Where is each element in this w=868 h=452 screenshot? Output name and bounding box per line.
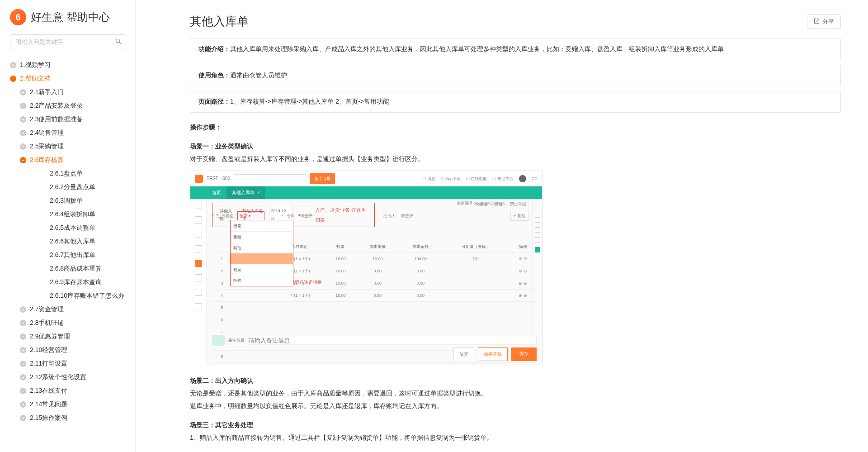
mock-logo-icon <box>195 175 203 183</box>
nav-label: 2.6.9库存账本查询 <box>50 278 102 286</box>
nav-item[interactable]: 2.6.1盘点单 <box>10 167 126 181</box>
nav-item[interactable]: 2.6.10库存账本错了怎么办 <box>10 289 126 303</box>
mock-account: TEST-H002 <box>207 174 230 183</box>
mock-top-icons: ☐ 消息☐ App下载☐ 在线客服☐ 帮助中心CC <box>422 175 538 183</box>
nav-label: 2.6.3调拨单 <box>50 197 83 205</box>
nav-label: 2.4销售管理 <box>30 129 64 137</box>
nav-label: 2.6.7其他出库单 <box>50 251 95 259</box>
title-row: 其他入库单 分享 <box>190 14 841 29</box>
expand-icon: + <box>20 333 26 340</box>
nav-label: 2.13在线支付 <box>30 387 67 395</box>
nav-item[interactable]: +2.10经营管理 <box>10 343 126 357</box>
nav-label: 2.6.1盘点单 <box>50 170 83 178</box>
nav-item[interactable]: +2.3使用前数据准备 <box>10 113 126 126</box>
nav-label: 2.10经营管理 <box>30 346 67 354</box>
search-icon[interactable] <box>115 38 122 46</box>
nav-label: 2.8手机旺铺 <box>30 319 64 327</box>
expand-icon: + <box>20 103 26 109</box>
content-section: 操作步骤： 场景一：业务类型确认 对于受赠、盘盈或是拆装入库等不同的业务，是通过… <box>190 121 841 444</box>
expand-icon: + <box>20 306 26 313</box>
nav-item[interactable]: +2.8手机旺铺 <box>10 316 126 330</box>
nav-item[interactable]: 2.6.7其他出库单 <box>10 248 126 262</box>
mock-save: 保存 <box>511 347 537 361</box>
nav-label: 2.2产品安装及登录 <box>30 102 83 110</box>
intro-label: 功能介绍： <box>198 45 230 52</box>
nav-item[interactable]: 2.6.4组装拆卸单 <box>10 208 126 221</box>
roles-text: 通常由仓管人员维护 <box>230 71 287 79</box>
nav-label: 2.帮助文档 <box>20 75 51 83</box>
nav-item[interactable]: 2.6.2分量盘点单 <box>10 181 126 194</box>
nav-label: 2.3使用前数据准备 <box>30 115 83 124</box>
nav-label: 2.15操作案例 <box>30 414 67 422</box>
nav-item[interactable]: −2.帮助文档 <box>10 72 126 86</box>
logo-row: 6 好生意 帮助中心 <box>10 9 126 25</box>
nav-item[interactable]: +2.7资金管理 <box>10 303 126 316</box>
mock-newbie-button: 新手引导 <box>310 173 335 184</box>
nav-item[interactable]: +1.视频学习 <box>10 58 126 72</box>
nav-label: 2.6.10库存账本错了怎么办 <box>50 292 124 300</box>
nav-label: 2.6.8商品成本重算 <box>50 265 102 273</box>
scene2-line2: 退库业务中，明细数量均以负值红色展示。无论是入库还是退库，库存账均记在入库方向。 <box>190 400 841 412</box>
sidebar: 6 好生意 帮助中心 +1.视频学习−2.帮助文档+2.1新手入门+2.2产品安… <box>0 0 136 452</box>
nav-label: 2.6.6其他入库单 <box>50 238 95 246</box>
scene1-title: 场景一：业务类型确认 <box>190 140 841 152</box>
nav-label: 2.9优惠券管理 <box>30 333 70 341</box>
nav-label: 2.6库存核算 <box>30 156 64 164</box>
nav-item[interactable]: +2.9优惠券管理 <box>10 330 126 343</box>
nav-label: 2.7资金管理 <box>30 305 64 314</box>
nav-item[interactable]: 2.6.8商品成本重算 <box>10 262 126 276</box>
nav-label: 2.12系统个性化设置 <box>30 373 86 381</box>
nav-label: 2.11打印设置 <box>30 360 67 368</box>
logo-icon: 6 <box>10 9 26 25</box>
steps-label: 操作步骤： <box>190 121 841 133</box>
mock-second-row: *业务类型搜索 ▾ *仓库请选择 经办人请选择 + 复制 <box>212 211 528 221</box>
expand-icon: + <box>10 62 16 68</box>
page-title: 其他入库单 <box>190 14 249 29</box>
logo-text: 好生意 帮助中心 <box>31 10 110 24</box>
nav-item[interactable]: +2.2产品安装及登录 <box>10 99 126 113</box>
mock-cancel: 放弃 <box>453 347 474 361</box>
nav-item[interactable]: +2.4销售管理 <box>10 126 126 140</box>
nav-item[interactable]: +2.12系统个性化设置 <box>10 371 126 384</box>
nav-item[interactable]: +2.5采购管理 <box>10 140 126 153</box>
mock-search-input <box>234 174 306 183</box>
expand-icon: + <box>20 116 26 123</box>
scene1-text: 对于受赠、盘盈或是拆装入库等不同的业务，是通过单据头【业务类型】进行区分。 <box>190 152 841 165</box>
expand-icon: + <box>20 130 26 136</box>
nav-item[interactable]: +2.13在线支付 <box>10 384 126 398</box>
nav-label: 2.1新手入门 <box>30 88 64 96</box>
expand-icon: + <box>20 89 26 95</box>
nav-label: 2.6.5成本调整单 <box>50 224 95 232</box>
share-button[interactable]: 分享 <box>807 14 841 29</box>
mock-dropdown: 搜索 受赠其他 初始拆包 <box>230 220 293 286</box>
nav-label: 2.14常见问题 <box>30 400 67 409</box>
search-input[interactable] <box>10 34 126 49</box>
nav-item[interactable]: 2.6.3调拨单 <box>10 194 126 208</box>
share-icon <box>814 18 820 25</box>
nav-label: 1.视频学习 <box>20 61 51 69</box>
scene2-line1: 无论是受赠，还是其他类型的业务，由于入库商品质量等原因，需要退回，这时可通过单据… <box>190 387 841 400</box>
nav-item[interactable]: +2.1新手入门 <box>10 86 126 99</box>
illustration-image: TEST-H002 新手引导 ☐ 消息☐ App下载☐ 在线客服☐ 帮助中心CC… <box>190 171 542 365</box>
expand-icon: + <box>20 320 26 326</box>
collapse-icon: − <box>10 76 16 82</box>
scene3-title: 场景三：其它业务处理 <box>190 419 841 431</box>
roles-box: 使用角色：通常由仓管人员维护 <box>190 65 841 86</box>
scene2-title: 场景二：出入方向确认 <box>190 374 841 387</box>
svg-point-0 <box>116 39 120 43</box>
nav-item[interactable]: +2.15操作案例 <box>10 411 126 425</box>
svg-line-1 <box>119 42 121 44</box>
expand-icon: + <box>20 374 26 381</box>
expand-icon: + <box>20 143 26 150</box>
nav-item[interactable]: +2.11打印设置 <box>10 357 126 371</box>
mock-note-icon <box>212 335 225 346</box>
nav-item[interactable]: 2.6.6其他入库单 <box>10 235 126 248</box>
nav-label: 2.6.2分量盘点单 <box>50 183 95 191</box>
nav-item[interactable]: −2.6库存核算 <box>10 153 126 167</box>
nav-item[interactable]: +2.14常见问题 <box>10 398 126 411</box>
nav-item[interactable]: 2.6.9库存账本查询 <box>10 276 126 289</box>
expand-icon: + <box>20 388 26 394</box>
expand-icon: + <box>20 415 26 421</box>
nav-item[interactable]: 2.6.5成本调整单 <box>10 221 126 235</box>
expand-icon: + <box>20 361 26 367</box>
